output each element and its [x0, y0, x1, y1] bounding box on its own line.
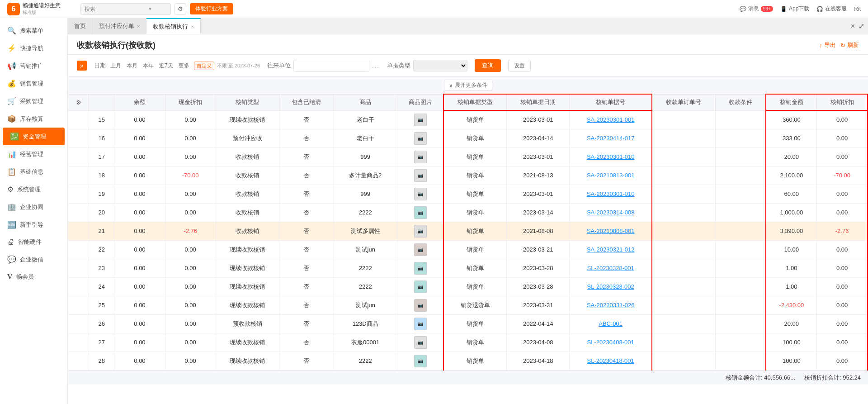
td-invoice-no: SA-20210808-001 [570, 222, 652, 240]
tab-prepay[interactable]: 预付冲应付单 × [93, 18, 146, 34]
td-receipt-cond [715, 129, 766, 147]
tab-expand-btn[interactable]: ⤢ [859, 22, 864, 30]
app-btn[interactable]: 📱 App下载 [780, 5, 809, 13]
filter-toggle-btn[interactable]: » [77, 61, 87, 71]
invoice-no-link[interactable]: SL-20230418-001 [587, 357, 634, 364]
export-button[interactable]: ↑ 导出 [820, 41, 836, 49]
sidebar-item-system[interactable]: ⚙ 系统管理 [0, 181, 67, 198]
tab-home[interactable]: 首页 [68, 18, 93, 34]
invoice-no-link[interactable]: SA-20230321-012 [587, 246, 635, 253]
sidebar-item-wechat[interactable]: 💬 企业微信 [0, 251, 67, 268]
table-row: 24 0.00 0.00 现续收款核销 否 2222 📷 销货单 2023-03… [68, 277, 868, 296]
sidebar-item-marketing[interactable]: 📢 营销推广 [0, 57, 67, 75]
invoice-no-link[interactable]: SA-20230314-008 [587, 209, 635, 216]
trial-button[interactable]: 体验行业方案 [190, 3, 233, 14]
td-cash-discount: 0.00 [165, 185, 216, 203]
sidebar-item-member[interactable]: V 畅会员 [0, 268, 67, 285]
sidebar-item-finance[interactable]: 💹 资金管理 [3, 128, 65, 145]
td-goods: 老白干 [334, 110, 397, 129]
td-no: 26 [89, 314, 114, 333]
date-opt-more[interactable]: 更多 [177, 61, 191, 71]
query-button[interactable]: 查询 [475, 59, 501, 72]
tab-writeoff[interactable]: 收款核销执行 × [146, 18, 200, 34]
search-wrap[interactable]: ▼ [80, 3, 171, 15]
td-invoice-type: 销货单 [443, 147, 507, 166]
td-goods-img: 📷 [397, 296, 443, 314]
refresh-button[interactable]: ↻ 刷新 [840, 41, 859, 49]
td-cash-discount: 0.00 [165, 333, 216, 352]
setting-button[interactable]: 设置 [508, 60, 531, 71]
td-include: 否 [279, 240, 334, 259]
td-amount: 100.00 [766, 352, 816, 370]
invoice-no-link[interactable]: SL-20230408-001 [587, 339, 634, 346]
date-opt-custom[interactable]: 自定义 [194, 62, 214, 70]
invoice-no-link[interactable]: SA-20230414-017 [587, 135, 635, 142]
invoice-no-link[interactable]: SA-20210808-001 [587, 228, 635, 234]
invoice-no-link[interactable]: SA-20210813-001 [587, 172, 635, 179]
goods-image: 📷 [414, 225, 427, 238]
table-body: 15 0.00 0.00 现续收款核销 否 老白干 📷 销货单 2023-03-… [68, 110, 868, 370]
td-receipt-cond [715, 222, 766, 240]
user-btn[interactable]: Rit [854, 6, 861, 12]
date-opt-this-month[interactable]: 本月 [125, 61, 139, 71]
expand-button[interactable]: ∨ 展开更多条件 [444, 80, 492, 91]
td-cash-discount: 0.00 [165, 296, 216, 314]
msg-label: 消息 [748, 5, 759, 13]
search-input[interactable] [85, 6, 148, 12]
th-writeoff-type: 核销类型 [216, 94, 279, 110]
table-row: 22 0.00 0.00 现续收款核销 否 测试jun 📷 销货单 2023-0… [68, 240, 868, 259]
msg-btn[interactable]: 💬 消息 99+ [740, 5, 773, 13]
td-invoice-date: 2023-03-28 [507, 277, 570, 296]
td-goods-img: 📷 [397, 203, 443, 222]
page-header-actions: ↑ 导出 ↻ 刷新 [820, 41, 859, 49]
export-icon: ↑ [820, 42, 823, 49]
invoice-no-link[interactable]: SL-20230328-002 [587, 283, 634, 290]
invoice-no-link[interactable]: SA-20230301-010 [587, 190, 635, 197]
td-receipt-cond [715, 259, 766, 277]
td-invoice-type: 销货单 [443, 129, 507, 147]
date-opt-7days[interactable]: 近7天 [157, 61, 175, 71]
td-writeoff-disc: -70.00 [817, 166, 868, 185]
invoice-no-link[interactable]: SL-20230328-001 [587, 265, 634, 271]
sidebar-item-newbie[interactable]: 🆕 新手引导 [0, 216, 67, 233]
date-opt-this-year[interactable]: 本年 [141, 61, 156, 71]
service-btn[interactable]: 🎧 在线客服 [816, 5, 847, 13]
footer-amount: 核销金额合计: 40,556,66... [726, 374, 795, 382]
invoice-no-link[interactable]: ABC-001 [599, 320, 623, 327]
sidebar-item-quick-nav[interactable]: ⚡ 快捷导航 [0, 39, 67, 57]
member-icon: V [7, 273, 13, 281]
bill-type-select[interactable] [413, 60, 467, 71]
td-include: 否 [279, 166, 334, 185]
date-opt-last-month[interactable]: 上月 [108, 61, 123, 71]
sidebar-item-sales[interactable]: 💰 销售管理 [0, 75, 67, 92]
sidebar-item-basic-info[interactable]: 📋 基础信息 [0, 163, 67, 181]
tab-prepay-close[interactable]: × [137, 24, 140, 29]
goods-image: 📷 [414, 151, 427, 163]
table-row: 21 0.00 -2.76 收款核销 否 测试多属性 📷 销货单 2021-08… [68, 222, 868, 240]
td-goods-img: 📷 [397, 147, 443, 166]
td-settings [68, 166, 89, 185]
sidebar-item-operations[interactable]: 📊 经营管理 [0, 145, 67, 163]
partner-input[interactable] [293, 60, 369, 71]
th-settings[interactable]: ⚙ [68, 94, 89, 110]
td-cash-discount: 0.00 [165, 240, 216, 259]
newbie-icon: 🆕 [7, 220, 16, 229]
invoice-no-link[interactable]: SA-20230301-001 [587, 116, 635, 123]
sidebar-item-search-menu[interactable]: 🔍 搜索菜单 [0, 22, 67, 39]
sidebar-item-inventory[interactable]: 📦 库存核算 [0, 110, 67, 128]
invoice-no-link[interactable]: SA-20230331-026 [587, 302, 635, 309]
sidebar-item-label: 快捷导航 [20, 44, 43, 52]
gear-button[interactable]: ⚙ [175, 3, 186, 15]
invoice-no-link[interactable]: SA-20230301-010 [587, 153, 635, 160]
footer-amount-value: 40,556,66... [764, 374, 795, 381]
system-icon: ⚙ [7, 185, 14, 194]
sidebar-item-smart-hw[interactable]: 🖨 智能硬件 [0, 233, 67, 251]
th-invoice-date: 核销单据日期 [507, 94, 570, 110]
td-invoice-type: 销货单 [443, 185, 507, 203]
tab-close-btn[interactable]: × [851, 22, 855, 30]
sidebar-item-purchase[interactable]: 🛒 采购管理 [0, 92, 67, 110]
tab-writeoff-close[interactable]: × [191, 24, 193, 29]
sidebar-item-enterprise[interactable]: 🏢 企业协同 [0, 198, 67, 216]
td-writeoff-disc: 0.00 [817, 333, 868, 352]
goods-image: 📷 [414, 188, 427, 200]
